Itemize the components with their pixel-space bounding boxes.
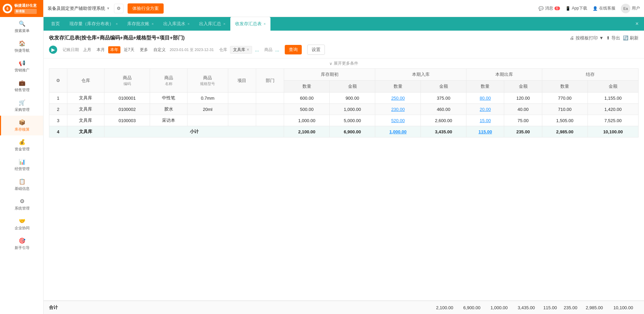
out-qty-value[interactable]: 80.00 [480, 96, 491, 101]
sidebar-item-guide[interactable]: 🎯新手引导 [0, 234, 43, 254]
total-open-qty: 2,100.00 [431, 305, 458, 310]
cell-project [228, 93, 256, 104]
total-open-amount: 6,900.00 [458, 305, 485, 310]
online-service-button[interactable]: 👤 在线客服 [593, 5, 615, 11]
cell-department [256, 93, 284, 104]
tab-in-out-summary[interactable]: 出入库汇总× [194, 17, 230, 31]
in-qty-value[interactable]: 520.00 [391, 118, 405, 123]
page-actions: 🖨 按模板打印 ▼ ⬆ 导出 🔄 刷新 [570, 35, 639, 41]
expand-more-bar: ∨ 展开更多条件 [44, 59, 644, 68]
tab-close-inventory-dist[interactable]: × [116, 22, 118, 26]
inventory-icon: 📦 [19, 119, 26, 126]
cell-out-qty[interactable]: 20.00 [466, 104, 504, 115]
app-download-button[interactable]: 📱 App下载 [565, 5, 587, 11]
sidebar-item-system[interactable]: ⚙系统管理 [0, 195, 43, 214]
tab-batch-account[interactable]: 库存批次账× [122, 17, 158, 31]
sidebar-item-enterprise[interactable]: 🤝企业协同 [0, 214, 43, 234]
print-label: 按模板打印 [576, 35, 598, 41]
in-qty-value[interactable]: 230.00 [391, 107, 405, 112]
user-label: 用户 [632, 5, 640, 11]
tab-inventory-dist[interactable]: 现存量（库存分布表）× [65, 17, 122, 31]
settings-button-filter[interactable]: 设置 [307, 45, 325, 55]
sub-out-qty: 115.00 [466, 126, 504, 137]
sidebar-item-quick-nav[interactable]: 🏠快捷导航 [0, 37, 43, 56]
system-select[interactable]: 装备及固定资产辅助管理系统 ▼ [48, 5, 110, 12]
sidebar-item-inventory[interactable]: 📦库存核算 [0, 116, 43, 135]
cell-open-qty: 600.00 [284, 93, 330, 104]
messages-button[interactable]: 💬 消息 6 [539, 5, 560, 11]
date-btn-本年[interactable]: 本年 [108, 46, 120, 53]
expand-more-label: 展开更多条件 [334, 61, 358, 66]
messages-badge: 6 [555, 6, 560, 10]
sidebar-item-operations[interactable]: 📊经营管理 [0, 155, 43, 175]
col-bal-amount: 金额 [588, 81, 638, 93]
tab-close-recv-send-summary[interactable]: × [264, 22, 266, 26]
out-qty-value[interactable]: 20.00 [480, 107, 491, 112]
tab-close-in-out-flow[interactable]: × [187, 22, 189, 26]
tab-recv-send-summary[interactable]: 收发存汇总表× [230, 17, 270, 31]
export-button[interactable]: ⬆ 导出 [606, 35, 620, 41]
date-btn-上月[interactable]: 上月 [81, 46, 93, 53]
query-button[interactable]: 查询 [285, 45, 302, 54]
sub-open-amount: 6,900.00 [330, 126, 375, 137]
total-bal-amount: 10,100.00 [608, 305, 639, 310]
sidebar-item-finance[interactable]: 💰资金管理 [0, 135, 43, 155]
date-btn-近7天[interactable]: 近7天 [122, 46, 136, 53]
cell-department [256, 104, 284, 115]
user-button[interactable]: Ea 用户 [621, 4, 640, 13]
sidebar-label-system: 系统管理 [15, 206, 30, 211]
date-btn-更多[interactable]: 更多 [138, 46, 150, 53]
sidebar-item-marketing[interactable]: 📢营销推广 [0, 56, 43, 76]
in-qty-value[interactable]: 250.00 [391, 96, 405, 101]
tab-in-out-flow[interactable]: 出入库流水× [159, 17, 194, 31]
cell-goods-code: 0100002 [104, 104, 150, 115]
topbar-right: 💬 消息 6 📱 App下载 👤 在线客服 Ea 用户 [539, 4, 640, 13]
col-in-header: 本期入库 [375, 69, 466, 81]
sidebar-item-purchase[interactable]: 🛒采购管理 [0, 96, 43, 116]
col-out-amount: 金额 [504, 81, 542, 93]
tabbar-close-all[interactable]: × [633, 21, 641, 27]
purchase-icon: 🛒 [19, 99, 26, 106]
refresh-icon: 🔄 [623, 35, 628, 40]
tab-close-in-out-summary[interactable]: × [223, 22, 225, 26]
cell-in-qty[interactable]: 520.00 [375, 115, 421, 126]
cell-out-qty[interactable]: 15.00 [466, 115, 504, 126]
expand-more-button[interactable]: ∨ 展开更多条件 [329, 61, 358, 66]
cell-goods-spec [187, 115, 228, 126]
cell-bal-amount: 1,155.00 [588, 93, 638, 104]
print-template-button[interactable]: 🖨 按模板打印 ▼ [570, 35, 604, 41]
date-btn-本月[interactable]: 本月 [95, 46, 107, 53]
data-table: ⚙ 仓库 商品编码 商品名称 商品规格型号 项目 部门 库存期初 本期入库 本期… [49, 68, 639, 137]
sidebar-nav: 🔍搜索菜单🏠快捷导航📢营销推广💼销售管理🛒采购管理📦库存核算💰资金管理📊经营管理… [0, 17, 43, 314]
cell-bal-qty: 1,505.00 [542, 115, 588, 126]
quick-nav-icon: 🏠 [19, 40, 26, 47]
system-name: 装备及固定资产辅助管理系统 [48, 5, 105, 12]
warehouse-ellipsis[interactable]: ... [255, 47, 259, 52]
sidebar-logo: 6 畅捷通好生意 标准版 [0, 0, 43, 17]
trial-button[interactable]: 体验行业方案 [128, 3, 164, 14]
cell-in-qty[interactable]: 230.00 [375, 104, 421, 115]
cell-warehouse: 文具库 [67, 115, 104, 126]
cell-in-qty[interactable]: 250.00 [375, 93, 421, 104]
sidebar-item-sales[interactable]: 💼销售管理 [0, 76, 43, 96]
filter-expand-button[interactable]: ▶ [49, 46, 57, 54]
sidebar-item-search[interactable]: 🔍搜索菜单 [0, 17, 43, 37]
settings-button[interactable]: ⚙ [114, 4, 123, 13]
date-range: 2023-01-01 至 2023-12-31 [170, 47, 214, 52]
col-settings[interactable]: ⚙ [49, 69, 67, 93]
cell-bal-amount: 1,420.00 [588, 104, 638, 115]
tab-home[interactable]: 首页 [46, 17, 65, 31]
tab-close-batch-account[interactable]: × [151, 22, 153, 26]
warehouse-tag[interactable]: 文具库 × [230, 46, 252, 54]
refresh-button[interactable]: 🔄 刷新 [623, 35, 639, 41]
col-department-header: 部门 [256, 69, 284, 93]
app-download-label: App下载 [572, 5, 587, 11]
cell-open-amount: 900.00 [330, 93, 375, 104]
out-qty-value[interactable]: 15.00 [480, 118, 491, 123]
warehouse-tag-close[interactable]: × [247, 47, 249, 52]
sub-in-amount: 3,435.00 [421, 126, 466, 137]
cell-out-qty[interactable]: 80.00 [466, 93, 504, 104]
date-btn-自定义[interactable]: 自定义 [151, 46, 168, 53]
sidebar-item-basic-info[interactable]: 📋基础信息 [0, 175, 43, 195]
goods-ellipsis[interactable]: ... [275, 47, 279, 52]
